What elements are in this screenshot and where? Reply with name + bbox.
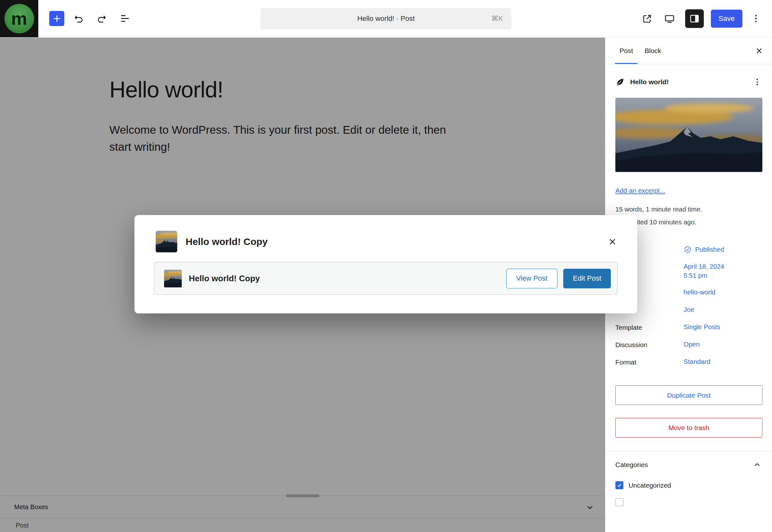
category-item-uncategorized: Uncategorized	[615, 481, 762, 489]
category-checkbox-checked[interactable]	[615, 481, 623, 489]
row-publish-value[interactable]: April 18, 2024 5:51 pm	[684, 263, 762, 279]
redo-button[interactable]	[93, 10, 111, 28]
add-excerpt-link[interactable]: Add an excerpt...	[615, 187, 665, 194]
duplicated-post-row: Hello world! Copy View Post Edit Post	[154, 262, 618, 295]
edit-post-button[interactable]: Edit Post	[563, 269, 611, 288]
external-link-icon	[641, 13, 653, 25]
list-view-icon	[119, 13, 131, 24]
modal-post-thumbnail	[156, 231, 177, 252]
document-title: Hello world! · Post	[357, 14, 415, 23]
tab-block[interactable]: Block	[639, 38, 667, 64]
row-template: Template Single Posts	[615, 319, 762, 336]
chevron-up-icon	[752, 460, 762, 470]
featured-image[interactable]	[615, 98, 762, 172]
view-post-external-button[interactable]	[638, 10, 656, 28]
row-author: Author Joe	[615, 301, 762, 319]
sidebar-close-button[interactable]	[752, 44, 766, 58]
row-template-label: Template	[615, 323, 684, 331]
check-circle-icon	[684, 245, 692, 254]
modal-header: Hello world! Copy	[134, 215, 637, 252]
undo-icon	[73, 13, 85, 24]
site-logo[interactable]: m	[0, 0, 38, 37]
site-logo-icon: m	[5, 4, 34, 33]
settings-sidebar-toggle[interactable]	[685, 9, 704, 28]
post-summary-header: Hello world!	[615, 77, 762, 87]
tab-post[interactable]: Post	[614, 38, 639, 64]
post-card-title: Hello world!	[630, 78, 747, 86]
publish-date-text: April 18, 2024	[684, 263, 724, 270]
check-icon	[616, 482, 623, 489]
move-to-trash-button[interactable]: Move to trash	[615, 418, 762, 437]
category-label: Uncategorized	[629, 482, 671, 489]
close-icon	[607, 236, 618, 247]
category-checkbox-empty[interactable]	[615, 498, 623, 506]
duplicate-post-modal: Hello world! Copy Hello world! Copy View…	[134, 215, 637, 313]
row-format-label: Format	[615, 358, 684, 366]
modal-title: Hello world! Copy	[186, 236, 597, 247]
undo-button[interactable]	[69, 10, 87, 28]
close-icon	[754, 46, 764, 56]
command-shortcut: ⌘K	[491, 14, 503, 23]
view-post-button[interactable]: View Post	[506, 269, 558, 288]
row-status-value[interactable]: Published	[684, 245, 762, 254]
modal-close-button[interactable]	[605, 235, 620, 249]
row-format: Format Standard	[615, 353, 762, 371]
command-center-field[interactable]: Hello world! · Post ⌘K	[260, 8, 512, 29]
row-status: Status Published	[615, 241, 762, 258]
sidebar-tabs: Post Block	[605, 38, 772, 64]
status-value-text: Published	[695, 246, 724, 253]
category-item-partial	[615, 498, 762, 506]
monitor-icon	[664, 13, 676, 25]
block-inserter-button[interactable]	[49, 11, 64, 26]
duplicate-post-button[interactable]: Duplicate Post	[615, 385, 762, 405]
word-count-text: 15 words, 1 minute read time.	[615, 205, 762, 213]
row-format-value[interactable]: Standard	[684, 358, 762, 365]
row-link: Link hello-world	[615, 284, 762, 301]
row-publish: Publish April 18, 2024 5:51 pm	[615, 258, 762, 284]
preview-button[interactable]	[661, 10, 679, 28]
document-overview-button[interactable]	[116, 10, 134, 28]
row-template-value[interactable]: Single Posts	[684, 323, 762, 331]
plus-icon	[51, 13, 62, 24]
row-post-thumbnail	[164, 270, 182, 287]
row-discussion-label: Discussion	[615, 340, 684, 349]
sidebar-panel-icon	[689, 13, 700, 24]
row-discussion-value[interactable]: Open	[684, 340, 762, 348]
publish-time-text: 5:51 pm	[684, 272, 762, 279]
feather-icon	[615, 77, 625, 87]
editor-topbar: m Hello world! · Post ⌘K	[0, 0, 772, 37]
kebab-menu-icon	[750, 13, 761, 24]
options-menu-button[interactable]	[747, 10, 765, 28]
categories-title: Categories	[615, 461, 648, 469]
categories-panel-header[interactable]: Categories	[615, 451, 762, 470]
row-link-value[interactable]: hello-world	[684, 288, 762, 296]
post-meta-rows: Status Published Publish April 18, 2024 …	[615, 241, 762, 371]
row-discussion: Discussion Open	[615, 336, 762, 353]
save-button[interactable]: Save	[711, 10, 742, 28]
row-author-value[interactable]: Joe	[684, 306, 762, 313]
redo-icon	[96, 13, 108, 24]
last-edited-text: Last edited 10 minutes ago.	[615, 218, 762, 226]
post-actions-kebab-icon[interactable]	[752, 77, 762, 87]
row-post-title: Hello world! Copy	[189, 274, 506, 284]
